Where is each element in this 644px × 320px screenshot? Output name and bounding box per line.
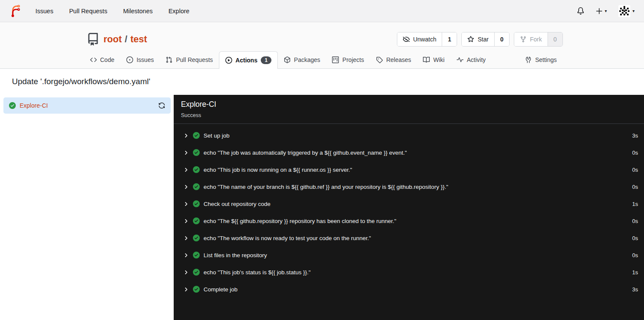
eye-closed-icon (403, 36, 410, 43)
tab-releases[interactable]: Releases (370, 51, 417, 68)
repo-title-row: root / test Unwatch 1 (82, 27, 563, 51)
chevron-right-icon[interactable] (184, 252, 189, 258)
tab-code[interactable]: Code (84, 51, 120, 68)
step-success-check-icon (193, 166, 200, 173)
create-new-menu[interactable]: ▾ (596, 8, 607, 15)
job-item-explore-ci[interactable]: Explore-CI (3, 97, 171, 114)
step-duration: 1s (632, 269, 638, 276)
project-icon (332, 56, 339, 63)
actions-count-badge: 1 (261, 56, 271, 64)
step-row[interactable]: echo "The name of your branch is ${{ git… (174, 178, 644, 195)
job-title: Explore-CI (181, 100, 637, 109)
step-row[interactable]: echo "This job's status is ${{ job.statu… (174, 264, 644, 281)
step-duration: 0s (632, 235, 638, 241)
step-success-check-icon (193, 286, 200, 293)
repo-tabs: Code Issues Pull Requests Actions 1 Pack… (82, 51, 563, 68)
step-row[interactable]: echo "This job is now running on a ${{ r… (174, 161, 644, 178)
repo-title: root / test (104, 34, 147, 45)
tab-packages-label: Packages (294, 56, 320, 63)
chevron-right-icon[interactable] (184, 287, 189, 292)
step-name: echo "The ${{ github.repository }} repos… (204, 218, 396, 224)
job-name-link[interactable]: Explore-CI (20, 102, 48, 109)
avatar (618, 5, 630, 17)
jobs-sidebar: Explore-CI (0, 95, 174, 320)
unwatch-button[interactable]: Unwatch (397, 32, 442, 46)
step-success-check-icon (193, 132, 200, 139)
step-row[interactable]: Complete job 3s (174, 281, 644, 298)
bell-icon (577, 7, 584, 15)
repo-name-link[interactable]: test (130, 34, 147, 45)
pulse-icon (457, 56, 463, 63)
chevron-right-icon[interactable] (184, 150, 189, 156)
tab-pull-requests-label: Pull Requests (176, 56, 213, 63)
plus-icon (596, 8, 603, 15)
stars-count[interactable]: 0 (494, 32, 509, 46)
tab-settings[interactable]: Settings (519, 51, 563, 68)
chevron-right-icon[interactable] (184, 235, 189, 241)
forgejo-logo[interactable] (9, 5, 21, 17)
step-duration: 0s (632, 150, 638, 156)
tab-wiki[interactable]: Wiki (417, 51, 450, 68)
notifications-button[interactable] (577, 7, 584, 15)
repo-path-separator: / (125, 34, 127, 45)
tab-activity-label: Activity (467, 56, 486, 63)
unwatch-label: Unwatch (413, 36, 436, 43)
step-name: echo "This job is now running on a ${{ r… (204, 167, 352, 173)
chevron-right-icon[interactable] (184, 133, 189, 138)
code-icon (90, 56, 97, 63)
watch-button-group: Unwatch 1 (397, 32, 457, 47)
step-row[interactable]: echo "The job was automatically triggere… (174, 144, 644, 161)
fork-button-group: Fork 0 (514, 32, 563, 47)
chevron-right-icon[interactable] (184, 218, 189, 224)
fork-label: Fork (530, 36, 542, 43)
tab-issues-label: Issues (137, 56, 154, 63)
user-menu[interactable]: ▾ (618, 5, 635, 17)
step-name: echo "The job was automatically triggere… (204, 150, 407, 156)
step-success-check-icon (193, 269, 200, 276)
star-label: Star (478, 36, 489, 43)
step-row[interactable]: Check out repository code 1s (174, 195, 644, 212)
step-duration: 0s (632, 184, 638, 190)
tab-activity[interactable]: Activity (451, 51, 492, 68)
book-icon (423, 56, 430, 63)
tab-issues[interactable]: Issues (120, 51, 160, 68)
chevron-down-icon: ▾ (632, 9, 635, 13)
chevron-right-icon[interactable] (184, 167, 189, 173)
git-pull-request-icon (166, 56, 172, 63)
forks-count[interactable]: 0 (548, 32, 562, 46)
nav-explore[interactable]: Explore (169, 8, 189, 15)
star-button[interactable]: Star (462, 32, 494, 46)
step-success-check-icon (193, 183, 200, 190)
step-row[interactable]: Set up job 3s (174, 127, 644, 144)
tab-projects-label: Projects (342, 56, 364, 63)
step-success-check-icon (193, 252, 200, 258)
watchers-count[interactable]: 1 (442, 32, 457, 46)
step-row[interactable]: List files in the repository 0s (174, 247, 644, 264)
job-log-panel: Explore-CI Success Set up job 3s (174, 95, 644, 320)
fork-button[interactable]: Fork (514, 32, 548, 46)
step-row[interactable]: echo "The ${{ github.repository }} repos… (174, 212, 644, 229)
tab-packages[interactable]: Packages (278, 51, 326, 68)
package-icon (284, 56, 291, 63)
rerun-sync-icon[interactable] (158, 102, 165, 109)
tab-actions[interactable]: Actions 1 (219, 51, 278, 69)
job-log-header: Explore-CI Success (174, 95, 644, 124)
step-duration: 0s (632, 167, 638, 173)
nav-pull-requests[interactable]: Pull Requests (69, 8, 107, 15)
nav-issues[interactable]: Issues (35, 8, 53, 15)
chevron-right-icon[interactable] (184, 184, 189, 190)
chevron-right-icon[interactable] (184, 201, 189, 207)
chevron-down-icon: ▾ (605, 9, 607, 13)
nav-milestones[interactable]: Milestones (123, 8, 152, 15)
tab-pull-requests[interactable]: Pull Requests (160, 51, 219, 68)
star-icon (467, 36, 474, 43)
tab-projects[interactable]: Projects (326, 51, 370, 68)
repo-header: root / test Unwatch 1 (0, 22, 644, 69)
step-name: Check out repository code (204, 201, 271, 207)
chevron-right-icon[interactable] (184, 270, 189, 275)
step-name: echo "The name of your branch is ${{ git… (204, 184, 448, 190)
step-success-check-icon (193, 149, 200, 156)
top-navbar: Issues Pull Requests Milestones Explore … (0, 0, 644, 22)
repo-owner-link[interactable]: root (104, 34, 122, 45)
step-row[interactable]: echo "The workflow is now ready to test … (174, 229, 644, 247)
